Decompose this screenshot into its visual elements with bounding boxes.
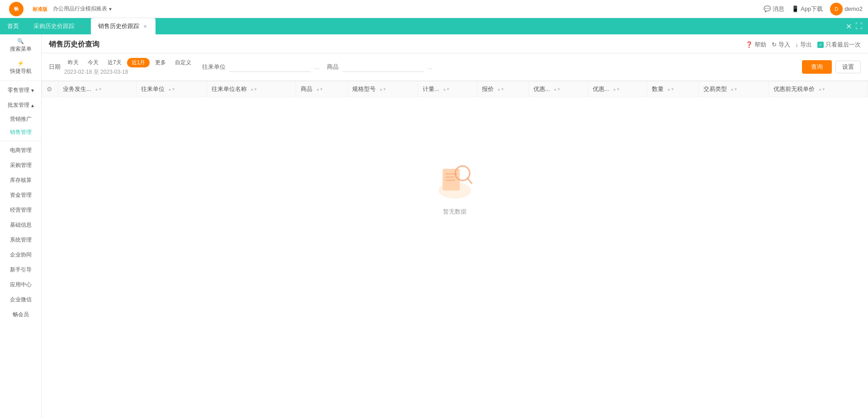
sidebar-item-wechat[interactable]: 企业微信	[0, 292, 41, 307]
query-button[interactable]: 查询	[802, 60, 832, 74]
dropdown-icon: ▾	[109, 6, 112, 12]
th-partner-name[interactable]: 往来单位名称 ▲▼	[207, 81, 296, 97]
close-purchase-tab[interactable]: ✕	[77, 23, 84, 29]
messages-btn[interactable]: 💬 消息	[764, 5, 784, 13]
sidebar-item-operations[interactable]: 经营管理	[0, 203, 41, 218]
export-icon: ↓	[796, 41, 799, 48]
empty-state: 暂无数据	[42, 133, 868, 243]
phone-icon: 📱	[792, 5, 799, 12]
sidebar-item-purchase[interactable]: 采购管理	[0, 158, 41, 173]
import-btn[interactable]: ↻ 导入	[772, 41, 790, 49]
checkbox-icon: ✓	[817, 42, 824, 48]
sidebar-item-finance[interactable]: 资金管理	[0, 188, 41, 203]
close-sales-tab[interactable]: ✕	[142, 23, 148, 29]
search-icon: 🔍	[17, 38, 24, 44]
sidebar-item-sales-mgmt[interactable]: 销售管理	[0, 126, 41, 139]
tab-sales[interactable]: 销售历史价跟踪 ✕	[91, 18, 156, 34]
th-partner-code[interactable]: 往来单位 ▲▼	[137, 81, 207, 97]
th-product[interactable]: 商品 ▲▼	[296, 81, 348, 97]
header-actions: ❓ 帮助 ↻ 导入 ↓ 导出 ✓ 只看最后一次	[745, 41, 861, 49]
sort-icon: ▲▼	[94, 87, 102, 91]
date-btn-1month[interactable]: 近1月	[127, 58, 150, 67]
sidebar-item-system[interactable]: 系统管理	[0, 233, 41, 247]
tab-home[interactable]: 首页	[0, 18, 26, 34]
sort-icon: ▲▼	[553, 87, 561, 91]
sidebar-item-quicknav[interactable]: ⚡ 快捷导航	[0, 57, 41, 79]
sidebar-item-member[interactable]: 畅会员	[0, 307, 41, 322]
sidebar-item-ecommerce[interactable]: 电商管理	[0, 143, 41, 158]
partner-dots[interactable]: ...	[314, 63, 320, 71]
product-label: 商品	[327, 63, 339, 71]
tab-bar-actions: ✕ ⛶	[846, 22, 868, 31]
avatar: D	[830, 3, 843, 15]
sidebar-divider-2	[0, 141, 41, 141]
help-btn[interactable]: ❓ 帮助	[745, 41, 766, 49]
sidebar-item-app-center[interactable]: 应用中心	[0, 277, 41, 292]
th-trade-type[interactable]: 交易类型 ▲▼	[698, 81, 769, 97]
date-btn-today[interactable]: 今天	[84, 58, 102, 67]
th-discount1[interactable]: 优惠... ▲▼	[528, 81, 588, 97]
product-input[interactable]	[342, 62, 424, 72]
sidebar-item-marketing[interactable]: 营销推广	[0, 113, 41, 126]
top-bar-left: 畅 标准版 办公用品行业模拟账表 ▾	[5, 1, 112, 17]
top-bar-right: 💬 消息 📱 App下载 D demo2	[764, 3, 863, 15]
only-last-checkbox[interactable]: ✓ 只看最后一次	[817, 41, 861, 49]
sort-icon: ▲▼	[316, 87, 323, 91]
user-menu[interactable]: D demo2	[830, 3, 863, 15]
table-container: ⚙ 业务发生... ▲▼ 往来单位 ▲▼ 往来单位名称 ▲▼	[42, 81, 868, 418]
tab-purchase[interactable]: 采购历史价跟踪 ✕	[26, 18, 91, 34]
date-label: 日期	[49, 63, 61, 71]
content-area: 销售历史价查询 ❓ 帮助 ↻ 导入 ↓ 导出 ✓ 只看最后一次	[42, 34, 868, 418]
product-dots[interactable]: ...	[427, 63, 433, 71]
sidebar-item-newbie[interactable]: 新手引导	[0, 262, 41, 277]
logo-circle: 畅	[9, 2, 24, 16]
brand-name: 标准版	[33, 6, 47, 13]
quicknav-icon: ⚡	[17, 60, 24, 66]
sort-icon: ▲▼	[667, 87, 675, 91]
gear-icon[interactable]: ⚙	[47, 86, 52, 93]
th-settings: ⚙	[42, 81, 58, 97]
filter-bar: 日期 昨天 今天 近7天 近1月 更多 自定义 2023-02-18 至 202…	[42, 53, 868, 81]
sort-icon: ▲▼	[443, 87, 450, 91]
data-table: ⚙ 业务发生... ▲▼ 往来单位 ▲▼ 往来单位名称 ▲▼	[42, 81, 868, 278]
empty-svg	[434, 160, 475, 200]
app-download-btn[interactable]: 📱 App下载	[792, 5, 823, 13]
th-spec[interactable]: 规格型号 ▲▼	[348, 81, 418, 97]
sidebar-item-basic[interactable]: 基础信息	[0, 218, 41, 233]
export-btn[interactable]: ↓ 导出	[796, 41, 812, 49]
th-biz-date[interactable]: 业务发生... ▲▼	[58, 81, 137, 97]
partner-input[interactable]	[229, 62, 311, 72]
sidebar-item-search[interactable]: 🔍 搜索菜单	[0, 34, 41, 57]
product-filter-group: 商品 ...	[327, 62, 433, 72]
app-selector[interactable]: 办公用品行业模拟账表 ▾	[53, 5, 112, 13]
table-header: ⚙ 业务发生... ▲▼ 往来单位 ▲▼ 往来单位名称 ▲▼	[42, 81, 868, 97]
fullscreen-btn[interactable]: ⛶	[855, 22, 863, 30]
th-unit[interactable]: 计量... ▲▼	[418, 81, 477, 97]
date-btn-more[interactable]: 更多	[151, 58, 170, 67]
date-filter-group: 日期 昨天 今天 近7天 近1月 更多 自定义 2023-02-18 至 202…	[49, 58, 195, 76]
date-buttons: 昨天 今天 近7天 近1月 更多 自定义	[64, 58, 195, 67]
date-btn-yesterday[interactable]: 昨天	[64, 58, 82, 67]
sort-icon: ▲▼	[497, 87, 505, 91]
main-layout: 🔍 搜索菜单 ⚡ 快捷导航 零售管理 ▾ 批发管理 ▴ 营销推广 销售管理 电商…	[0, 34, 868, 418]
logo: 畅	[5, 1, 27, 17]
page-title: 销售历史价查询	[49, 40, 99, 49]
partner-filter-group: 往来单位 ...	[202, 62, 320, 72]
sidebar-item-inventory[interactable]: 库存核算	[0, 173, 41, 188]
message-icon: 💬	[764, 5, 771, 12]
sidebar-item-retail[interactable]: 零售管理 ▾	[0, 83, 41, 98]
date-btn-7days[interactable]: 近7天	[104, 58, 125, 67]
sidebar-divider-1	[0, 81, 41, 81]
svg-rect-3	[445, 176, 454, 178]
date-btn-custom[interactable]: 自定义	[171, 58, 195, 67]
th-quantity[interactable]: 数量 ▲▼	[647, 81, 698, 97]
import-icon: ↻	[772, 41, 777, 48]
sort-icon: ▲▼	[613, 87, 620, 91]
th-quoted-price[interactable]: 报价 ▲▼	[477, 81, 528, 97]
close-all-tabs-btn[interactable]: ✕	[846, 22, 852, 31]
settings-button[interactable]: 设置	[835, 61, 861, 73]
th-discount2[interactable]: 优惠... ▲▼	[588, 81, 647, 97]
sidebar-item-wholesale[interactable]: 批发管理 ▴	[0, 98, 41, 113]
th-pre-tax-price[interactable]: 优惠前无税单价 ▲▼	[769, 81, 868, 97]
sidebar-item-enterprise[interactable]: 企业协同	[0, 247, 41, 262]
